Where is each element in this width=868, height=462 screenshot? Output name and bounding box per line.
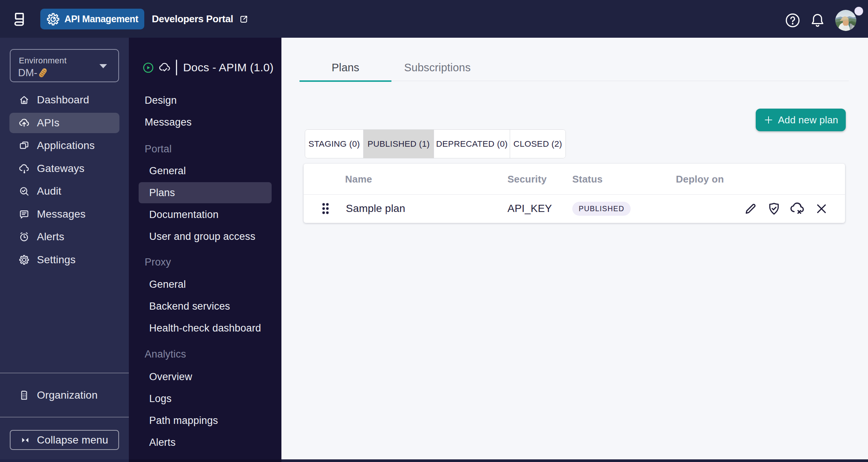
cell-plan-name: Sample plan (346, 195, 405, 223)
filter-label: DEPRECATED (0) (436, 139, 507, 149)
collapse-arrows-icon (21, 436, 29, 444)
help-circle-icon (785, 12, 801, 28)
cloud-check-icon (159, 61, 171, 74)
sidebar-item-label: APIs (37, 117, 60, 129)
api-menu-item-label: General (149, 279, 186, 290)
filter-closed[interactable]: CLOSED (2) (510, 130, 565, 158)
pencil-icon (744, 202, 758, 216)
alarm-clock-icon (19, 232, 29, 242)
api-menu-item-proxy-general[interactable]: General (149, 274, 186, 295)
notifications-button[interactable] (810, 12, 825, 28)
sidebar-item-audit[interactable]: Audit (0, 181, 129, 201)
sidebar-item-alerts[interactable]: Alerts (0, 227, 129, 247)
environment-value: DM- (18, 67, 49, 79)
api-menu-item-plans[interactable]: Plans (139, 182, 272, 203)
api-menu-item-design[interactable]: Design (145, 90, 177, 111)
developers-portal-link[interactable]: Developers Portal (152, 9, 249, 29)
column-header-name: Name (345, 164, 372, 195)
api-menu-item-label: User and group access (149, 231, 255, 243)
api-menu-item-label: Path mappings (149, 415, 218, 427)
api-menu-item-logs[interactable]: Logs (149, 388, 171, 409)
avatar-photo (835, 10, 856, 31)
api-management-button[interactable]: API Management (40, 9, 144, 29)
api-menu-item-messages[interactable]: Messages (145, 112, 192, 132)
tab-bar: Plans Subscriptions (300, 38, 849, 81)
filter-deprecated[interactable]: DEPRECATED (0) (434, 130, 510, 158)
sidebar-item-messages[interactable]: Messages (0, 204, 129, 224)
avatar-status-dot (854, 7, 863, 15)
collapse-menu-button[interactable]: Collapse menu (10, 430, 119, 450)
filter-staging[interactable]: STAGING (0) (305, 130, 364, 158)
sidebar-item-apis[interactable]: APIs (9, 113, 119, 133)
sidebar-item-label: Dashboard (37, 94, 89, 106)
top-bar: API Management Developers Portal (0, 0, 868, 38)
api-menu-item-label: Alerts (149, 437, 176, 448)
api-menu-item-label: Logs (149, 393, 171, 405)
api-menu-item-label: Backend services (149, 301, 230, 312)
help-button[interactable] (785, 12, 801, 28)
sidebar-item-label: Messages (37, 208, 86, 220)
api-menu-section-label: Proxy (145, 256, 171, 268)
api-menu-item-alerts[interactable]: Alerts (149, 432, 176, 453)
edit-plan-button[interactable] (743, 201, 758, 216)
close-plan-button[interactable] (814, 201, 829, 216)
play-circle-icon (142, 62, 154, 74)
api-menu-item-health-check-dashboard[interactable]: Health-check dashboard (149, 318, 261, 338)
environment-value-text: DM- (18, 67, 37, 78)
sidebar-item-organization[interactable]: Organization (0, 385, 129, 405)
plus-icon (763, 115, 774, 125)
add-new-plan-button[interactable]: Add new plan (756, 109, 846, 131)
api-menu-section-proxy: Proxy (145, 252, 171, 272)
sidebar-item-dashboard[interactable]: Dashboard (0, 90, 129, 110)
active-tab-underline (300, 80, 391, 82)
sidebar-item-label: Organization (37, 389, 98, 401)
filter-label: PUBLISHED (1) (367, 139, 429, 149)
api-menu-item-backend-services[interactable]: Backend services (149, 296, 230, 316)
design-policies-button[interactable] (766, 201, 781, 216)
gravitee-logo (14, 12, 24, 26)
drag-handle[interactable] (319, 202, 332, 215)
cloud-upload-icon (19, 118, 29, 128)
chat-bubble-icon (19, 209, 29, 219)
cell-plan-status: PUBLISHED (572, 195, 631, 223)
api-title: Docs - APIM (1.0) (183, 61, 274, 74)
sidebar-item-label: Audit (37, 185, 61, 197)
sidebar-item-label: Gateways (37, 163, 84, 175)
main-sidebar: Environment DM- Dashboard APIs Applicati… (0, 38, 129, 459)
api-menu-item-documentation[interactable]: Documentation (149, 204, 219, 225)
tab-subscriptions[interactable]: Subscriptions (391, 38, 483, 81)
copy-cards-icon (19, 140, 29, 151)
sidebar-item-settings[interactable]: Settings (0, 250, 129, 270)
column-header-security: Security (507, 164, 547, 195)
avatar[interactable] (835, 10, 856, 31)
shield-check-icon (767, 202, 781, 216)
environment-select[interactable]: Environment DM- (10, 49, 119, 82)
sidebar-item-label: Settings (37, 254, 76, 266)
api-menu-item-label: General (149, 165, 186, 177)
sidebar-item-applications[interactable]: Applications (0, 135, 129, 156)
table-header: Name Security Status Deploy on (304, 164, 845, 195)
filter-label: STAGING (0) (309, 139, 360, 149)
caret-down-icon (99, 64, 107, 68)
sidebar-item-gateways[interactable]: Gateways (0, 158, 129, 179)
tab-label: Subscriptions (404, 61, 471, 74)
undeploy-plan-button[interactable] (790, 201, 805, 216)
search-check-icon (19, 186, 29, 196)
plans-table: Name Security Status Deploy on Sample pl… (304, 164, 845, 223)
plan-status-filter: STAGING (0) PUBLISHED (1) DEPRECATED (0)… (305, 129, 566, 158)
api-menu-item-overview[interactable]: Overview (149, 367, 192, 387)
filter-published[interactable]: PUBLISHED (1) (364, 130, 434, 158)
api-menu-item-label: Health-check dashboard (149, 322, 261, 334)
api-menu-item-portal-general[interactable]: General (149, 161, 186, 181)
api-menu-item-path-mappings[interactable]: Path mappings (149, 410, 218, 431)
api-management-label: API Management (64, 14, 138, 25)
add-new-plan-label: Add new plan (778, 114, 838, 126)
window-bottom-edge (0, 459, 868, 462)
x-icon (815, 202, 828, 216)
sidebar-divider (0, 373, 129, 373)
cell-plan-security: API_KEY (507, 195, 552, 223)
baguette-emoji-icon (37, 67, 49, 78)
api-menu-item-user-group-access[interactable]: User and group access (149, 226, 255, 247)
tab-plans[interactable]: Plans (300, 38, 391, 81)
collapse-menu-label: Collapse menu (37, 434, 108, 446)
